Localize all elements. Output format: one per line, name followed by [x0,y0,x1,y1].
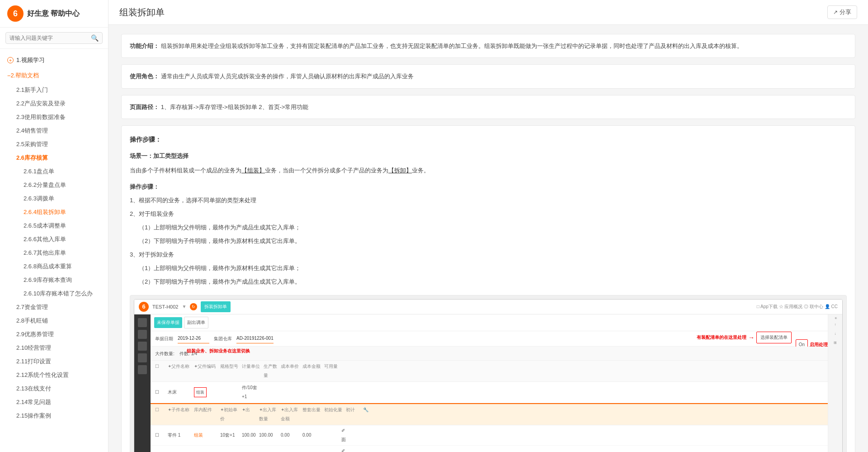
intro-label: 功能介绍： [130,43,159,49]
sidebar-item-stockcheck[interactable]: 2.6.1盘点单 [24,165,108,178]
col-name: ✦父件名称 [168,362,190,380]
sidebar-item-partcheck[interactable]: 2.6.2分量盘点单 [24,178,108,192]
sidebar-item-print[interactable]: 2.11打印设置 [16,355,108,368]
step3: 3、对于拆卸业务 [130,249,847,261]
col-avail: 可用量 [324,362,342,380]
col2-edit: 🔧 [363,405,372,423]
top-bar: 组装拆卸单 ↗ 分享 [108,0,868,25]
col-code: ✦父件编码 [194,362,217,380]
code-redbox: 组装 [194,387,207,397]
sidebar-item-newuser[interactable]: 2.1新手入门 [16,83,108,97]
app-company: TEST-H002 [152,302,178,312]
nav-list: + 1.视频学习 − 2.帮助文档 2.1新手入门 2.2产品安装及登录 2.3… [0,49,108,452]
col-unit: 计量单位 [242,362,260,380]
expand-icon: + [7,57,14,63]
sidebar-item-costrecalc[interactable]: 2.6.8商品成本重算 [24,260,108,273]
steps-block: 操作步骤： 场景一：加工类型选择 当由多个子件材料组装成一个成品的业务为【组装】… [121,125,855,452]
right-icon1: ≡ [832,317,839,319]
share-button[interactable]: ↗ 分享 [827,5,857,19]
sidebar-item-faq[interactable]: 2.14常见问题 [16,395,108,409]
sidebar-item-inventory[interactable]: 2.6库存核算 [16,151,108,165]
search-area: 🔍 [0,28,108,49]
row-checkbox: ☐ [155,388,164,397]
sidebar-item-finance[interactable]: 2.7资金管理 [16,300,108,314]
app-form-area: 未保存单据 副出调单 单据日期 2019-12-26 集团仓库 AD-20191… [151,314,828,452]
tab-inactive: 副出调单 [184,317,208,328]
sidebar-item-mobile[interactable]: 2.8手机旺铺 [16,314,108,328]
sidebar-item-ledger[interactable]: 2.6.9库存账本查询 [24,273,108,287]
sidebar-item-install[interactable]: 2.2产品安装及登录 [16,97,108,110]
sidebar-item-payment[interactable]: 2.13在线支付 [16,382,108,395]
scene1-desc: 当由多个子件材料组装成一个成品的业务为【组装】业务，当由一个父件拆分成多个子产品… [130,165,847,176]
sidebar-item-ledgererror[interactable]: 2.6.10库存账本错了怎么办 [24,287,108,300]
search-box[interactable]: 🔍 [5,32,103,44]
col2-qty: ✦出 [242,405,255,423]
docs-subnav: 2.1新手入门 2.2产品安装及登录 2.3使用前数据准备 2.4销售管理 2.… [0,83,108,423]
select-config-btn: 选择装配清单 [756,332,792,343]
col2-code: 库内配件 [194,405,217,423]
role-text: 通常由生产人员或库管人员完成拆装业务的操作，库管人员确认原材料的出库和产成品的入… [161,73,414,80]
app-topbar: 6 TEST-H002 ▼ ↻ 拆装拆卸单 □ App下载 ☆ 应用概况 ◎ 联… [134,300,842,314]
role-block: 使用角色： 通常由生产人员或库管人员完成拆装业务的操作，库管人员确认原材料的出库… [121,64,855,88]
menu-icon-1 [138,318,147,327]
field-storage-val: AD-20191226-001 [236,334,274,343]
field-date-label: 单据日期 [155,334,173,343]
field-storage-label: 集团仓库 [214,334,232,343]
path-label: 页面路径： [130,104,159,110]
sidebar-item-assembly[interactable]: 2.6.4组装拆卸单 [24,205,108,219]
upper-table-header: ☐ ✦父件名称 ✦父件编码 规格型号 计量单位 生产数量 成本单价 成本金额 可… [151,361,828,382]
search-input[interactable] [9,35,91,41]
logo-area: 6 好生意 帮助中心 [0,0,108,28]
app-logo: 6 [139,302,149,312]
row-code: 组装 [194,387,217,397]
page-title: 组装拆卸单 [119,6,165,19]
sidebar-item-personalize[interactable]: 2.12系统个性化设置 [16,368,108,382]
ops-title: 操作步骤： [130,133,847,146]
sidebar-item-purchase[interactable]: 2.5采购管理 [16,138,108,151]
sidebar-item-coupon[interactable]: 2.9优惠券管理 [16,328,108,341]
right-panel: ≡ ↑ ↓ ⊞ [828,314,842,452]
sidebar-item-video[interactable]: + 1.视频学习 [0,52,108,68]
sidebar-item-label: 1.视频学习 [16,56,45,64]
col-spec: 规格型号 [220,362,238,380]
annotation2-area: 组装业务、拆卸业务在这里切换 [187,346,250,356]
type-switch-row: 大件数量: 件数: 1/4 组装业务、拆卸业务在这里切换 [151,347,828,361]
share-icon: ↗ [833,9,838,15]
row-unit: 件/10套+1 [242,383,260,401]
form-fields-row: 单据日期 2019-12-26 集团仓库 AD-20191226-001 有装配… [151,331,828,347]
sidebar-item-docs[interactable]: − 2.帮助文档 [0,68,108,83]
sidebar-item-inbound[interactable]: 2.6.6其他入库单 [24,233,108,246]
sidebar-item-outbound[interactable]: 2.6.7其他出库单 [24,246,108,260]
col2-batch: ✦初始单价 [220,405,238,423]
col-cost: 成本单价 [281,362,299,380]
col2-checkbox: ☐ [155,405,164,423]
app-mock: 6 TEST-H002 ▼ ↻ 拆装拆卸单 □ App下载 ☆ 应用概况 ◎ 联… [134,299,843,452]
step1: 1、根据不同的业务，选择不同单据的类型来处理 [130,195,847,206]
field-date-val: 2019-12-26 [178,334,209,343]
sidebar-item-sales[interactable]: 2.4销售管理 [16,124,108,138]
logo-icon: 6 [7,5,24,22]
col2-costtotal: 整套出量 [302,405,321,423]
col2-avail2: 初始化量 [324,405,342,423]
lower-row2: ☐ 零件 2 10套+1 200.00 200.00 0.00 0.00 ✐ 面 [151,446,828,452]
intro-block: 功能介绍： 组装拆卸单用来处理企业组装或拆卸等加工业务，支持有固定装配清单的产品… [121,34,855,58]
sidebar-item-label: 2.帮助文档 [11,71,39,80]
right-icon3: ↓ [835,330,836,338]
sidebar-item-ops[interactable]: 2.10经营管理 [16,341,108,355]
type-label: 大件数量: [155,351,175,356]
col2-ops: 初计 [346,405,359,423]
app-tools: □ App下载 ☆ 应用概况 ◎ 联中心 👤 CC [757,302,838,311]
step3-2: （2）下部明细为子件明细，最终作为产成品生成其它入库单。 [130,276,847,288]
sidebar-item-dataprep[interactable]: 2.3使用前数据准备 [16,110,108,124]
inventory-subnav: 2.6.1盘点单 2.6.2分量盘点单 2.6.3调拨单 2.6.4组装拆卸单 … [16,165,108,300]
app-name: 好生意 帮助中心 [27,9,80,19]
annotation2-text: 组装业务、拆卸业务在这里切换 [187,348,250,353]
menu-icon-3 [138,342,147,351]
new-doc-btn: 拆装拆卸单 [201,301,231,312]
app-dropdown: ▼ [182,302,186,311]
sidebar-item-cases[interactable]: 2.15操作案例 [16,409,108,423]
sidebar-item-transfer[interactable]: 2.6.3调拨单 [24,192,108,205]
sidebar-item-costadjust[interactable]: 2.6.5成本调整单 [24,219,108,233]
content-area: 功能介绍： 组装拆卸单用来处理企业组装或拆卸等加工业务，支持有固定装配清单的产品… [108,25,868,452]
search-icon: 🔍 [91,34,99,42]
